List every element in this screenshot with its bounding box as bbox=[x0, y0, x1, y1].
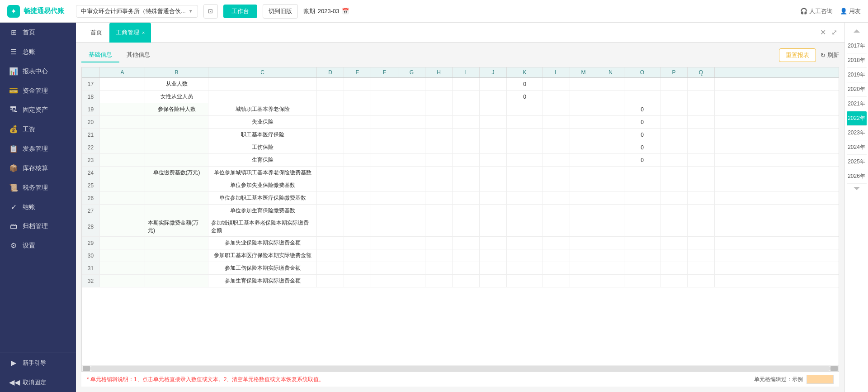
cell-29-n[interactable] bbox=[597, 237, 624, 249]
cell-28-d[interactable] bbox=[317, 217, 344, 236]
cell-19-j[interactable] bbox=[480, 103, 507, 115]
cell-31-h[interactable] bbox=[425, 262, 453, 274]
cell-24-g[interactable] bbox=[398, 167, 425, 179]
cell-31-c[interactable]: 参加工伤保险本期实际缴费金额 bbox=[208, 262, 317, 274]
cell-31-g[interactable] bbox=[398, 262, 425, 274]
cell-27-n[interactable] bbox=[597, 205, 624, 217]
cell-22-n[interactable] bbox=[597, 141, 624, 153]
cell-20-g[interactable] bbox=[398, 116, 425, 128]
cell-21-b[interactable] bbox=[145, 129, 208, 141]
cell-22-f[interactable] bbox=[371, 141, 398, 153]
cell-26-j[interactable] bbox=[480, 192, 507, 204]
cell-21-i[interactable] bbox=[453, 129, 480, 141]
cell-19-e[interactable] bbox=[344, 103, 371, 115]
cell-18-m[interactable] bbox=[570, 91, 597, 103]
cell-28-l[interactable] bbox=[543, 217, 570, 236]
cell-23-n[interactable] bbox=[597, 154, 624, 166]
cell-24-p[interactable] bbox=[660, 167, 688, 179]
cell-23-a[interactable] bbox=[100, 154, 145, 166]
cell-17-h[interactable] bbox=[425, 78, 453, 90]
year-2021[interactable]: 2021年 bbox=[847, 97, 867, 111]
cell-27-f[interactable] bbox=[371, 205, 398, 217]
cell-19-h[interactable] bbox=[425, 103, 453, 115]
cell-20-h[interactable] bbox=[425, 116, 453, 128]
cell-30-c[interactable]: 参加职工基本医疗保险本期实际缴费金额 bbox=[208, 249, 317, 262]
cell-27-l[interactable] bbox=[543, 205, 570, 217]
cell-17-k[interactable]: 0 bbox=[507, 78, 543, 90]
cell-18-k[interactable]: 0 bbox=[507, 91, 543, 103]
calendar-icon[interactable]: 📅 bbox=[342, 8, 349, 14]
cell-32-i[interactable] bbox=[453, 275, 480, 287]
cell-29-i[interactable] bbox=[453, 237, 480, 249]
cell-22-h[interactable] bbox=[425, 141, 453, 153]
sidebar-item-salary[interactable]: 💰 工资 bbox=[0, 120, 76, 139]
cell-17-n[interactable] bbox=[597, 78, 624, 90]
cell-30-e[interactable] bbox=[344, 249, 371, 262]
cell-31-i[interactable] bbox=[453, 262, 480, 274]
cell-23-f[interactable] bbox=[371, 154, 398, 166]
cell-21-a[interactable] bbox=[100, 129, 145, 141]
cell-29-o[interactable] bbox=[624, 237, 660, 249]
cell-28-m[interactable] bbox=[570, 217, 597, 236]
cell-27-q[interactable] bbox=[688, 205, 715, 217]
cell-18-h[interactable] bbox=[425, 91, 453, 103]
sidebar-item-closing[interactable]: ✓ 结账 bbox=[0, 197, 76, 217]
cell-20-c[interactable]: 失业保险 bbox=[208, 116, 317, 128]
year-2017[interactable]: 2017年 bbox=[847, 39, 867, 53]
cell-28-q[interactable] bbox=[688, 217, 715, 236]
cell-32-g[interactable] bbox=[398, 275, 425, 287]
cell-30-a[interactable] bbox=[100, 249, 145, 262]
cell-29-b[interactable] bbox=[145, 237, 208, 249]
year-2024[interactable]: 2024年 bbox=[847, 140, 867, 155]
cell-30-b[interactable] bbox=[145, 249, 208, 262]
sidebar-item-report[interactable]: 📊 报表中心 bbox=[0, 62, 76, 81]
cell-24-i[interactable] bbox=[453, 167, 480, 179]
cell-30-k[interactable] bbox=[507, 249, 543, 262]
cell-18-i[interactable] bbox=[453, 91, 480, 103]
cell-29-e[interactable] bbox=[344, 237, 371, 249]
cell-28-h[interactable] bbox=[425, 217, 453, 236]
cell-31-d[interactable] bbox=[317, 262, 344, 274]
cell-27-h[interactable] bbox=[425, 205, 453, 217]
archive-button[interactable]: ⊡ bbox=[203, 4, 218, 19]
cell-24-l[interactable] bbox=[543, 167, 570, 179]
cell-17-b[interactable]: 从业人数 bbox=[145, 78, 208, 90]
cell-31-f[interactable] bbox=[371, 262, 398, 274]
cell-20-j[interactable] bbox=[480, 116, 507, 128]
table-row[interactable]: 22 工伤保险 bbox=[82, 141, 839, 154]
table-row[interactable]: 27 单位参加生育保险缴费基数 bbox=[82, 205, 839, 217]
cell-25-c[interactable]: 单位参加失业保险缴费基数 bbox=[208, 179, 317, 191]
cell-25-e[interactable] bbox=[344, 179, 371, 191]
cell-24-b[interactable]: 单位缴费基数(万元) bbox=[145, 167, 208, 179]
table-row[interactable]: 30 参加职工基本医疗保险本期实际缴费金额 bbox=[82, 249, 839, 262]
cell-20-m[interactable] bbox=[570, 116, 597, 128]
cell-17-f[interactable] bbox=[371, 78, 398, 90]
sub-tab-other[interactable]: 其他信息 bbox=[119, 48, 157, 62]
cell-22-b[interactable] bbox=[145, 141, 208, 153]
reset-report-button[interactable]: 重置报表 bbox=[779, 48, 816, 62]
cell-29-h[interactable] bbox=[425, 237, 453, 249]
cell-19-g[interactable] bbox=[398, 103, 425, 115]
sidebar-item-assets[interactable]: 🏗 固定资产 bbox=[0, 100, 76, 120]
cell-17-j[interactable] bbox=[480, 78, 507, 90]
cell-26-c[interactable]: 单位参加职工基本医疗保险缴费基数 bbox=[208, 192, 317, 204]
cell-26-g[interactable] bbox=[398, 192, 425, 204]
cell-17-l[interactable] bbox=[543, 78, 570, 90]
cell-27-d[interactable] bbox=[317, 205, 344, 217]
cell-24-m[interactable] bbox=[570, 167, 597, 179]
cell-24-q[interactable] bbox=[688, 167, 715, 179]
consult-button[interactable]: 🎧 人工咨询 bbox=[800, 7, 833, 15]
cell-23-k[interactable] bbox=[507, 154, 543, 166]
cell-28-j[interactable] bbox=[480, 217, 507, 236]
cell-26-b[interactable] bbox=[145, 192, 208, 204]
cell-19-d[interactable] bbox=[317, 103, 344, 115]
cell-28-p[interactable] bbox=[660, 217, 688, 236]
cell-21-j[interactable] bbox=[480, 129, 507, 141]
cell-17-c[interactable] bbox=[208, 78, 317, 90]
cell-29-l[interactable] bbox=[543, 237, 570, 249]
cell-23-j[interactable] bbox=[480, 154, 507, 166]
cell-17-i[interactable] bbox=[453, 78, 480, 90]
cell-32-p[interactable] bbox=[660, 275, 688, 287]
cell-18-a[interactable] bbox=[100, 91, 145, 103]
cell-25-p[interactable] bbox=[660, 179, 688, 191]
